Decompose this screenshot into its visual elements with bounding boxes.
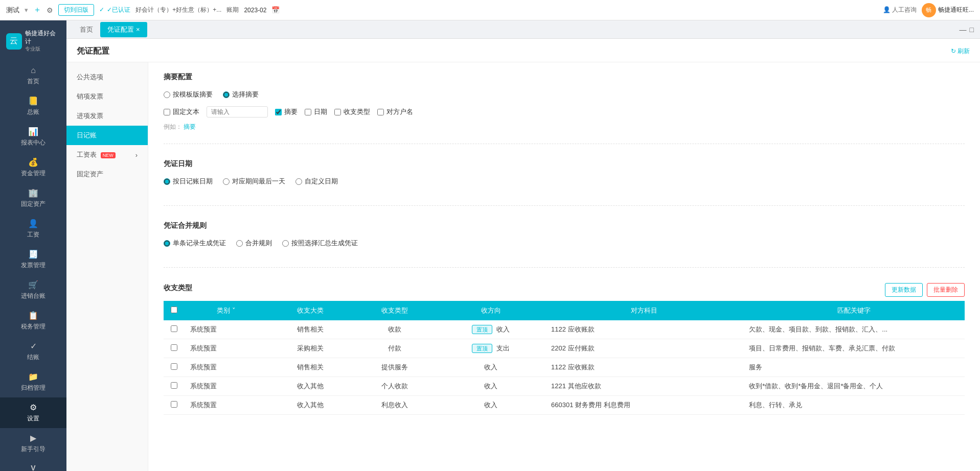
calendar-icon[interactable]: 📅 bbox=[271, 6, 280, 14]
table-row: 系统预置 收入其他 个人收款 收入 1221 其他应收款 收到*借款、收到*备用… bbox=[164, 377, 965, 396]
sidebar-item-archive[interactable]: 📁 归档管理 bbox=[0, 367, 66, 397]
row-subject-0: 1122 应收账款 bbox=[545, 320, 743, 339]
config-nav-payroll[interactable]: 工资表 NEW › bbox=[66, 145, 148, 164]
inout-section: 收支类型 更新数据 批量删除 bbox=[164, 283, 965, 427]
config-nav: 公共选项 销项发票 进项发票 日记账 工资表 NEW › 固定资产 bbox=[66, 62, 148, 471]
fixed-text-input[interactable] bbox=[207, 106, 268, 117]
archive-icon: 📁 bbox=[28, 372, 38, 382]
config-nav-public[interactable]: 公共选项 bbox=[66, 67, 148, 87]
row-direction-0: 置顶 收入 收入 bbox=[437, 320, 545, 339]
row-check-2[interactable] bbox=[164, 358, 184, 377]
logo-icon: 云 bbox=[6, 33, 22, 50]
row-check-0[interactable] bbox=[164, 320, 184, 339]
radio-single-input[interactable] bbox=[164, 240, 170, 247]
radio-single[interactable]: 单条记录生成凭证 bbox=[164, 239, 226, 248]
logo-title: 畅捷通好会计 bbox=[25, 30, 60, 45]
th-keywords: 匹配关键字 bbox=[743, 301, 965, 320]
radio-journal-date-input[interactable] bbox=[164, 178, 170, 185]
row-major-3: 收入其他 bbox=[268, 377, 353, 396]
top-bar-title: 测试 bbox=[6, 6, 19, 15]
maximize-button[interactable]: □ bbox=[970, 26, 974, 34]
counterparty-checkbox-input[interactable] bbox=[377, 109, 384, 115]
switch-version-button[interactable]: 切到旧版 bbox=[58, 4, 94, 16]
top-bar-gear[interactable]: ⚙ bbox=[47, 6, 53, 14]
sidebar-item-tax[interactable]: 📋 税务管理 bbox=[0, 305, 66, 336]
top-bar-arrow[interactable]: ▾ bbox=[25, 6, 28, 14]
select-all-checkbox[interactable] bbox=[171, 307, 177, 313]
summary-section-title: 摘要配置 bbox=[164, 73, 965, 82]
radio-summary-gen-input[interactable] bbox=[282, 240, 289, 247]
radio-merge-rules-input[interactable] bbox=[236, 240, 243, 247]
tab-bar-right: — □ bbox=[960, 26, 974, 34]
sidebar-item-label: 进销台账 bbox=[21, 292, 45, 300]
top-bar: 测试 ▾ ＋ ⚙ 切到旧版 ✓ ✓已认证 好会计（专）+好生意（标）+... 账… bbox=[0, 0, 980, 20]
tab-close-icon[interactable]: × bbox=[136, 26, 140, 33]
tax-icon: 📋 bbox=[28, 311, 38, 320]
fixed-text-checkbox-input[interactable] bbox=[164, 109, 170, 115]
sidebar-item-purchase[interactable]: 🛒 进销台账 bbox=[0, 275, 66, 305]
sidebar-item-settings[interactable]: ⚙ 设置 bbox=[0, 397, 66, 428]
direction-tag-0[interactable]: 置顶 bbox=[472, 325, 492, 334]
th-category: 类别 ˅ bbox=[184, 301, 268, 320]
top-bar-add[interactable]: ＋ bbox=[33, 5, 41, 15]
table-row: 系统预置 采购相关 付款 置顶 支出 支出 2202 应付账款 项目、日常费用、… bbox=[164, 339, 965, 358]
ledger-icon: 📒 bbox=[28, 96, 38, 106]
row-category-4: 系统预置 bbox=[184, 396, 268, 415]
radio-select[interactable]: 选择摘要 bbox=[223, 90, 259, 99]
tab-home[interactable]: 首页 bbox=[73, 22, 100, 37]
sidebar-item-home[interactable]: ⌂ 首页 bbox=[0, 61, 66, 91]
sidebar-item-ledger[interactable]: 📒 总账 bbox=[0, 91, 66, 122]
config-nav-journal[interactable]: 日记账 bbox=[66, 126, 148, 145]
sidebar-item-member[interactable]: V 畅会员 bbox=[0, 459, 66, 471]
batch-delete-button[interactable]: 批量删除 bbox=[927, 283, 965, 297]
sidebar-item-fund[interactable]: 💰 资金管理 bbox=[0, 152, 66, 183]
radio-summary-gen[interactable]: 按照选择汇总生成凭证 bbox=[282, 239, 358, 248]
page-title: 凭证配置 bbox=[77, 46, 109, 57]
consult-button[interactable]: 👤 人工咨询 bbox=[883, 6, 917, 14]
config-nav-purchase-inv[interactable]: 进项发票 bbox=[66, 106, 148, 126]
certified-status: ✓ ✓已认证 bbox=[99, 6, 130, 14]
page: 凭证配置 ↻ 刷新 公共选项 销项发票 进项发票 日记账 工资表 NEW bbox=[66, 39, 980, 471]
asset-icon: 🏢 bbox=[28, 188, 38, 198]
row-check-3[interactable] bbox=[164, 377, 184, 396]
sidebar-item-invoice[interactable]: 🧾 发票管理 bbox=[0, 244, 66, 275]
purchase-icon: 🛒 bbox=[28, 280, 38, 290]
config-nav-fixed-asset[interactable]: 固定资产 bbox=[66, 164, 148, 184]
type-checkbox-input[interactable] bbox=[334, 109, 341, 115]
sidebar-item-salary[interactable]: 👤 工资 bbox=[0, 214, 66, 244]
row-check-4[interactable] bbox=[164, 396, 184, 415]
radio-merge-rules[interactable]: 合并规则 bbox=[236, 239, 272, 248]
direction-tag-1[interactable]: 置顶 bbox=[472, 344, 492, 353]
fixed-text-checkbox[interactable]: 固定文本 bbox=[164, 107, 199, 116]
th-subject: 对方科目 bbox=[545, 301, 743, 320]
sidebar-item-guide[interactable]: ▶ 新手引导 bbox=[0, 428, 66, 459]
row-check-1[interactable] bbox=[164, 339, 184, 358]
tab-bar: 首页 凭证配置 × — □ bbox=[66, 20, 980, 39]
radio-period-last-input[interactable] bbox=[223, 178, 230, 185]
summary-checkbox-input[interactable] bbox=[275, 109, 282, 115]
date-checkbox[interactable]: 日期 bbox=[305, 107, 327, 116]
minimize-button[interactable]: — bbox=[960, 26, 967, 34]
counterparty-checkbox[interactable]: 对方户名 bbox=[377, 107, 413, 116]
type-checkbox[interactable]: 收支类型 bbox=[334, 107, 370, 116]
date-checkbox-input[interactable] bbox=[305, 109, 311, 115]
summary-checkbox[interactable]: 摘要 bbox=[275, 107, 298, 116]
person-icon: 👤 bbox=[883, 6, 891, 13]
radio-journal-date[interactable]: 按日记账日期 bbox=[164, 177, 213, 186]
radio-period-last[interactable]: 对应期间最后一天 bbox=[223, 177, 285, 186]
update-data-button[interactable]: 更新数据 bbox=[885, 283, 923, 297]
sidebar-item-report[interactable]: 📊 报表中心 bbox=[0, 122, 66, 152]
radio-template-input[interactable] bbox=[164, 91, 170, 98]
radio-select-input[interactable] bbox=[223, 91, 230, 98]
tab-config[interactable]: 凭证配置 × bbox=[100, 22, 147, 37]
radio-custom-date-input[interactable] bbox=[295, 178, 302, 185]
sidebar-item-asset[interactable]: 🏢 固定资产 bbox=[0, 183, 66, 214]
table-header-actions: 更新数据 批量删除 bbox=[885, 283, 965, 297]
radio-template[interactable]: 按模板版摘要 bbox=[164, 90, 213, 99]
radio-custom-date[interactable]: 自定义日期 bbox=[295, 177, 338, 186]
user-profile[interactable]: 畅 畅捷通旺旺... bbox=[922, 3, 974, 17]
config-nav-sales[interactable]: 销项发票 bbox=[66, 87, 148, 106]
refresh-button[interactable]: ↻ 刷新 bbox=[951, 47, 970, 56]
sidebar-item-settle[interactable]: ✓ 结账 bbox=[0, 336, 66, 367]
row-category-1: 系统预置 bbox=[184, 339, 268, 358]
